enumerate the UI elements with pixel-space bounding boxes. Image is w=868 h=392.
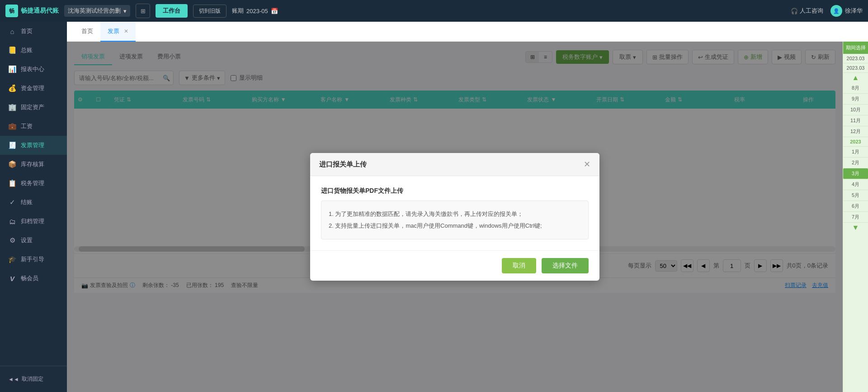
- modal-section-title: 进口货物报关单PDF文件上传: [321, 187, 589, 195]
- avatar: 👤: [830, 5, 842, 17]
- period-item-feb[interactable]: 2月: [843, 158, 868, 168]
- sidebar-item-settings[interactable]: ⚙ 设置: [0, 231, 67, 250]
- sidebar-item-inventory[interactable]: 📦 库存核算: [0, 155, 67, 174]
- sidebar-item-settle[interactable]: ✓ 结账: [0, 193, 67, 212]
- import-customs-modal: 进口报关单上传 ✕ 进口货物报关单PDF文件上传 1. 为了更加精准的数据匹配，…: [310, 153, 599, 281]
- headset-icon: 🎧: [791, 8, 798, 14]
- modal-overlay: 进口报关单上传 ✕ 进口货物报关单PDF文件上传 1. 为了更加精准的数据匹配，…: [67, 42, 843, 392]
- tab-invoice[interactable]: 发票 ✕: [100, 22, 136, 42]
- sidebar-item-tax[interactable]: 📋 税务管理: [0, 174, 67, 193]
- period-item-0[interactable]: 2023.03: [843, 54, 868, 63]
- pin-icon: ◄◄: [8, 376, 19, 382]
- top-right: 🎧 人工咨询 👤 徐泽华: [791, 5, 863, 17]
- collapse-icon[interactable]: ▼: [851, 223, 860, 233]
- modal-info-line-1: 1. 为了更加精准的数据匹配，请先录入海关缴款书，再上传对应的报关单；: [329, 208, 581, 220]
- period-item-dec[interactable]: 12月: [843, 126, 868, 137]
- expand-up-icon[interactable]: ▲: [851, 73, 860, 83]
- invoice-page: 销项发票 进项发票 费用小票 ⊞ ≡ 税务数字账户 ▾: [67, 42, 843, 392]
- modal-footer: 取消 选择文件: [310, 250, 599, 281]
- workspace-button[interactable]: 工作台: [156, 4, 188, 18]
- sidebar-item-assets[interactable]: 🏢 固定资产: [0, 98, 67, 117]
- invoice-content: 销项发票 进项发票 费用小票 ⊞ ≡ 税务数字账户 ▾: [67, 42, 868, 392]
- sidebar-item-ledger[interactable]: 📒 总账: [0, 41, 67, 60]
- sidebar-item-capital[interactable]: 💰 资金管理: [0, 79, 67, 98]
- period-item-aug[interactable]: 8月: [843, 83, 868, 94]
- modal-info-box: 1. 为了更加精准的数据匹配，请先录入海关缴款书，再上传对应的报关单； 2. 支…: [321, 201, 589, 239]
- calendar-icon[interactable]: 📅: [271, 8, 278, 14]
- period-item-jun[interactable]: 6月: [843, 201, 868, 212]
- inventory-icon: 📦: [8, 160, 16, 168]
- content-wrapper: 首页 发票 ✕ 销项发票 进项发票 费用小票: [67, 22, 868, 392]
- tab-home[interactable]: 首页: [74, 22, 100, 42]
- report-icon: 📊: [8, 65, 16, 73]
- switch-version-button[interactable]: 切到旧版: [193, 5, 226, 18]
- pin-button[interactable]: ◄◄ 取消固定: [0, 372, 67, 387]
- modal-title: 进口报关单上传: [319, 160, 367, 169]
- period-item-may[interactable]: 5月: [843, 190, 868, 201]
- topbar: 畅 畅捷通易代账 沈海英测试经营勿删 ▾ ⊞ 工作台 切到旧版 账期 2023-…: [0, 0, 868, 22]
- user-info[interactable]: 👤 徐泽华: [830, 5, 863, 17]
- tab-close-icon[interactable]: ✕: [124, 28, 128, 34]
- period-header[interactable]: 期间选择: [843, 42, 868, 54]
- period-item-sep[interactable]: 9月: [843, 94, 868, 105]
- modal-info-line-2: 2. 支持批量上传进口报关单，mac用户使用Command键，windows用户…: [329, 220, 581, 232]
- salary-icon: 💼: [8, 122, 16, 130]
- tax-icon: 📋: [8, 179, 16, 187]
- sidebar-item-report[interactable]: 📊 报表中心: [0, 60, 67, 79]
- period-info: 账期 2023-05 📅: [232, 7, 278, 15]
- period-item-jul[interactable]: 7月: [843, 212, 868, 223]
- sidebar-item-member[interactable]: V 畅会员: [0, 269, 67, 288]
- sidebar: ⌂ 首页 📒 总账 📊 报表中心 💰 资金管理 🏢 固定资产 💼 工资: [0, 22, 67, 392]
- capital-icon: 💰: [8, 84, 16, 92]
- ledger-icon: 📒: [8, 46, 16, 54]
- archive-icon: 🗂: [8, 218, 16, 225]
- main-area: ⌂ 首页 📒 总账 📊 报表中心 💰 资金管理 🏢 固定资产 💼 工资: [0, 22, 868, 392]
- company-action-btn[interactable]: ⊞: [136, 4, 150, 18]
- app-logo: 畅 畅捷通易代账: [5, 5, 59, 17]
- period-item-apr[interactable]: 4月: [843, 179, 868, 190]
- member-icon: V: [8, 275, 16, 282]
- settle-icon: ✓: [8, 198, 16, 206]
- modal-cancel-button[interactable]: 取消: [502, 258, 536, 273]
- modal-select-file-button[interactable]: 选择文件: [542, 258, 589, 273]
- service-button[interactable]: 🎧 人工咨询: [791, 7, 823, 15]
- period-item-1[interactable]: 2023.03: [843, 63, 868, 73]
- sidebar-item-guide[interactable]: 🎓 新手引导: [0, 250, 67, 269]
- modal-body: 进口货物报关单PDF文件上传 1. 为了更加精准的数据匹配，请先录入海关缴款书，…: [310, 176, 599, 250]
- right-panel: 期间选择 2023.03 2023.03 ▲ 8月 9月 10月 11月 12月…: [843, 42, 868, 392]
- guide-icon: 🎓: [8, 255, 16, 263]
- chevron-down-icon: ▾: [123, 8, 127, 14]
- assets-icon: 🏢: [8, 103, 16, 111]
- sidebar-item-home[interactable]: ⌂ 首页: [0, 22, 67, 41]
- modal-close-button[interactable]: ✕: [584, 159, 590, 169]
- settings-icon: ⚙: [8, 236, 16, 244]
- company-selector[interactable]: 沈海英测试经营勿删 ▾: [64, 5, 130, 17]
- period-item-mar[interactable]: 3月: [843, 168, 868, 179]
- sidebar-item-invoice[interactable]: 🧾 发票管理: [0, 136, 67, 155]
- invoice-icon: 🧾: [8, 141, 16, 149]
- sidebar-item-salary[interactable]: 💼 工资: [0, 117, 67, 136]
- home-icon: ⌂: [8, 28, 16, 35]
- modal-header: 进口报关单上传 ✕: [310, 153, 599, 176]
- logo-icon: 畅: [5, 5, 18, 17]
- sidebar-item-archive[interactable]: 🗂 归档管理: [0, 212, 67, 231]
- period-item-jan[interactable]: 1月: [843, 147, 868, 158]
- period-item-year[interactable]: 2023: [843, 137, 868, 147]
- period-item-oct[interactable]: 10月: [843, 105, 868, 115]
- period-item-nov[interactable]: 11月: [843, 115, 868, 126]
- sidebar-bottom: ◄◄ 取消固定: [0, 366, 67, 392]
- content-tabs: 首页 发票 ✕: [67, 22, 868, 42]
